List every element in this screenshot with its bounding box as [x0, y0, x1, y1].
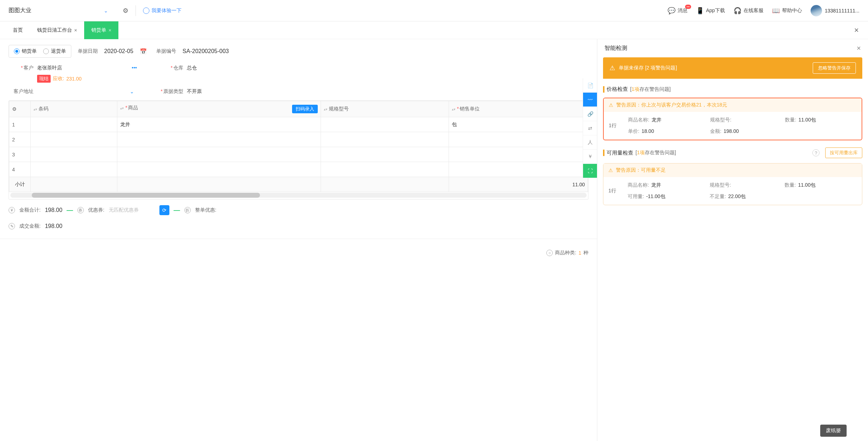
divider [136, 5, 136, 16]
side-doc-icon[interactable]: 📄 [583, 78, 597, 93]
more-icon[interactable]: ••• [132, 65, 137, 71]
minus-icon: — [67, 207, 73, 214]
help-center-link[interactable]: 📖 帮助中心 [772, 7, 802, 15]
col-spec[interactable]: ▴▾规格型号 [321, 101, 449, 117]
warehouse-label: *仓库 [158, 65, 183, 71]
radio-icon [14, 48, 20, 54]
col-unit[interactable]: ▴▾*销售单位 [449, 101, 588, 117]
panel-header: 智能检测 × [597, 39, 868, 57]
close-icon[interactable]: × [857, 44, 861, 52]
warehouse-value: 总仓 [187, 65, 197, 71]
address-field: 客户地址 ⌄ [9, 88, 137, 95]
price-check-title-row: 价格检查 [1项存在警告问题] [603, 84, 862, 96]
side-expand-icon[interactable]: ⛶ [583, 164, 597, 178]
tab-home-label: 首页 [13, 27, 23, 33]
radio-sales-label: 销货单 [22, 48, 37, 55]
tab-home[interactable]: 首页 [6, 21, 30, 39]
company-name: 图图大业 [9, 7, 31, 14]
kinds-suffix: 种 [583, 250, 588, 256]
side-chart-icon[interactable]: 〰 [583, 93, 597, 107]
username: 13381111111... [825, 8, 859, 14]
warn-row-number: 1行 [609, 117, 622, 135]
deal-row: ✎ 成交金额: 198.00 [0, 221, 597, 232]
deal-label: 成交金额: [19, 223, 41, 229]
doc-no-label: 单据编号 [156, 48, 176, 55]
coupon-input[interactable]: 无匹配优惠券 [109, 207, 155, 213]
company-dropdown[interactable]: 图图大业 ⌄ [9, 7, 116, 14]
warning-icon: ⚠ [608, 167, 613, 173]
online-service-label: 在线客服 [744, 7, 764, 14]
warn-row-number: 1行 [608, 182, 621, 200]
address-row: 客户地址 ⌄ *票据类型 不开票 [0, 86, 597, 100]
customer-subinfo: 现结 应收: 231.00 [0, 73, 597, 86]
tabs-close-all-icon[interactable]: × [851, 26, 862, 35]
kinds-label: 商品种类: [555, 250, 576, 256]
date-value[interactable]: 2020-02-05 [104, 48, 133, 55]
close-icon[interactable]: × [74, 27, 77, 33]
calendar-icon[interactable]: 📅 [140, 48, 147, 55]
side-person-icon[interactable]: 人 [583, 135, 597, 150]
radio-return-order[interactable]: 退货单 [43, 48, 66, 55]
warning-banner: ⚠ 单据未保存 [2 项警告问题] 忽略警告并保存 [603, 57, 862, 79]
help-center-label: 帮助中心 [782, 7, 802, 14]
address-input[interactable]: ⌄ [37, 89, 137, 94]
help-icon[interactable]: ? [812, 149, 820, 156]
side-yen-icon[interactable]: ￥ [583, 150, 597, 164]
sort-icon: ▴▾ [34, 108, 37, 110]
product-kinds-row: ○ 商品种类: 1 种 [0, 239, 597, 259]
settle-badge: 现结 [37, 75, 51, 83]
warning-reason: ⚠ 警告原因：可用量不足 [603, 164, 862, 177]
close-icon[interactable]: × [108, 27, 111, 33]
online-service-link[interactable]: 🎧 在线客服 [734, 7, 764, 15]
sort-icon: ▴▾ [324, 108, 327, 110]
try-experience-link[interactable]: 我要体验一下 [143, 7, 182, 14]
sort-icon: ▴▾ [120, 107, 124, 109]
customer-label: *客户 [9, 65, 34, 71]
stock-check-title: 可用量检查 [607, 150, 633, 156]
tab-sales-order[interactable]: 销货单 × [84, 21, 118, 39]
warning-icon: ⚠ [609, 64, 615, 72]
invoice-input[interactable]: 不开票 [187, 88, 287, 95]
col-barcode[interactable]: ▴▾条码 [31, 101, 117, 117]
tab-workbench[interactable]: 钱货日清工作台 × [30, 21, 84, 39]
scrollbar-thumb[interactable] [32, 193, 260, 198]
try-link-text: 我要体验一下 [152, 7, 182, 14]
warehouse-input[interactable]: 总仓 [187, 65, 287, 71]
scan-entry-button[interactable]: 扫码录入 [292, 105, 318, 113]
stock-check-section: 可用量检查 [1项存在警告问题] ? 按可用量出库 ⚠ 警告原因：可用量不足 1… [603, 146, 862, 205]
yen-icon: ¥ [9, 207, 15, 213]
smart-check-panel: 智能检测 × ⚠ 单据未保存 [2 项警告问题] 忽略警告并保存 价格检查 [1… [597, 39, 868, 441]
panel-title: 智能检测 [604, 45, 627, 52]
gear-icon[interactable]: ⚙ [123, 7, 128, 15]
coupon-label: 优惠券: [88, 207, 104, 213]
order-type-radio-group: 销货单 退货单 [9, 45, 71, 58]
customer-row: *客户 老张茶叶店 ••• *仓库 总仓 [0, 63, 597, 73]
invoice-value: 不开票 [187, 88, 202, 94]
side-link-icon[interactable]: 🔗 [583, 107, 597, 121]
table-row[interactable]: 1龙井包 [9, 117, 588, 132]
price-check-title: 价格检查 [607, 86, 628, 93]
app-download-link[interactable]: 📱 App下载 [696, 7, 725, 15]
table-row[interactable]: 2 [9, 132, 588, 147]
table-row[interactable]: 3 [9, 147, 588, 162]
phone-icon: 📱 [696, 7, 704, 15]
radio-sales-order[interactable]: 销货单 [14, 48, 37, 55]
ship-by-available-button[interactable]: 按可用量出库 [825, 147, 862, 158]
discount-label: 整单优惠: [195, 207, 216, 213]
horizontal-scrollbar[interactable] [10, 193, 587, 198]
col-settings[interactable]: ⚙ [9, 101, 31, 117]
trash-button[interactable]: 废纸篓 [820, 425, 847, 437]
customer-input[interactable]: 老张茶叶店 ••• [37, 65, 137, 71]
section-bar-icon [603, 150, 604, 156]
stock-check-title-row: 可用量检查 [1项存在警告问题] ? 按可用量出库 [603, 146, 862, 162]
avatar[interactable] [811, 5, 822, 16]
warning-reason: ⚠ 警告原因：你上次与该客户交易价格21，本次18元 [604, 98, 862, 112]
ignore-save-button[interactable]: 忽略警告并保存 [813, 62, 856, 74]
side-convert-icon[interactable]: ⇄ [583, 121, 597, 135]
minus-icon: — [174, 207, 180, 214]
refresh-coupon-button[interactable]: ⟳ [159, 205, 169, 215]
col-product[interactable]: ▴▾*商品扫码录入 [117, 101, 321, 117]
messages-link[interactable]: 💬 消息 [668, 7, 688, 15]
table-row[interactable]: 4 [9, 162, 588, 177]
warning-body: 1行 商品名称:龙井 规格型号: 数量:11.00包 单价:18.00 金额:1… [604, 112, 862, 140]
